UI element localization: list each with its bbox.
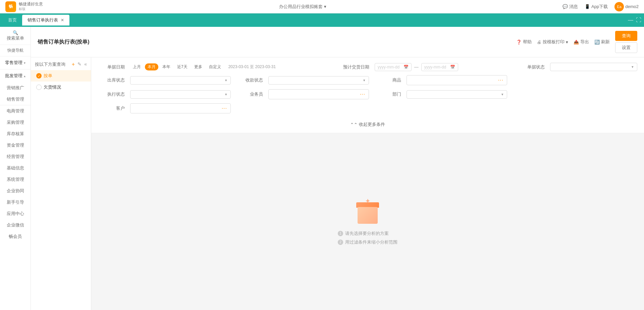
help-button[interactable]: ❓ 帮助 [516,39,532,45]
user-menu[interactable]: Ea demo2 [614,2,639,11]
logo-area: 畅 畅捷通好生意 标版 [5,1,43,12]
scheme-item-backorder[interactable]: 欠货情况 [31,82,91,93]
scheme-item-label: 按单 [44,73,52,79]
sidebar-item-cooperation[interactable]: 企业协同 [0,185,31,197]
collapse-up-icon: ⌃⌃ [350,122,358,127]
settings-button[interactable]: 设置 [615,42,637,53]
date-range-text: 2023-03-01 至 2023-03-31 [228,64,276,70]
sidebar-item-sales[interactable]: 销售管理 [0,94,31,105]
customer-dots-icon[interactable]: ··· [222,105,227,111]
logo-text: 畅捷通好生意 [19,2,43,7]
sidebar-item-marketing[interactable]: 营销推广 [0,82,31,94]
left-panel-title: 按以下方案查询 [35,61,65,67]
customer-select[interactable]: ··· [130,103,231,113]
salesperson-select[interactable]: ··· [268,89,369,99]
delivery-status-label: 出库状态 [98,77,125,83]
date-tab-this-year[interactable]: 本年 [160,63,173,70]
print-icon: 🖨 [537,40,541,45]
query-button[interactable]: 查询 [615,31,637,41]
header-actions: ❓ 帮助 🖨 按模板打印 ▾ 📤 导出 🔄 刷新 [516,31,637,53]
sidebar-item-member[interactable]: 畅会员 [0,231,31,242]
message-button[interactable]: 💬 消息 [562,4,578,10]
search-icon: 🔍 [3,30,28,35]
empty-illustration: ✦ [354,197,381,224]
date-tab-more[interactable]: 更多 [192,63,205,70]
left-panel: 按以下方案查询 + ✎ « ✓ 按单 欠货情况 [31,57,91,310]
page-title: 销售订单执行表(按单) [38,39,90,46]
filter-row-3: 执行状态 ▾ 业务员 ··· 部门 ▾ [98,89,637,99]
tab-close-icon[interactable]: ✕ [61,18,64,22]
refresh-icon: 🔄 [594,40,600,45]
content-area: 销售订单执行表(按单) ❓ 帮助 🖨 按模板打印 ▾ 📤 导出 [31,27,644,310]
collapse-panel-button[interactable]: « [84,61,87,67]
tab-sales-order[interactable]: 销售订单执行表 ✕ [22,15,69,25]
sidebar-item-purchase[interactable]: 采购管理 [0,117,31,128]
empty-hints: 1 请先选择要分析的方案 2 用过滤条件来缩小分析范围 [338,229,397,247]
scheme-outline-icon [36,85,42,90]
avatar: Ea [614,2,624,11]
sidebar-item-operation[interactable]: 经营管理 [0,151,31,162]
delivery-status-select[interactable]: ▾ [130,76,231,85]
tab-sales-order-label: 销售订单执行表 [28,17,58,23]
right-content: 单据日期 上月 本月 本年 近7天 更多 自定义 2023-03-01 至 20… [91,57,644,310]
export-button[interactable]: 📤 导出 [574,39,589,45]
date-tab-custom[interactable]: 自定义 [206,63,224,70]
tab-window-controls: — ⛶ [628,17,641,23]
date-label: 单据日期 [98,64,125,70]
minimize-icon[interactable]: — [628,17,633,23]
empty-state: ✦ 1 请先选择要分析的方案 2 用过滤条件来缩小分析范围 [91,133,644,310]
payment-status-select[interactable]: ▾ [268,76,369,85]
product-select[interactable]: ··· [407,75,507,85]
expected-date-to[interactable]: yyyy-mm-dd 📅 [421,63,458,71]
top-right: 💬 消息 📱 App下载 Ea demo2 [562,2,639,11]
scheme-item-by-order[interactable]: ✓ 按单 [31,70,91,82]
product-label: 商品 [374,77,401,83]
department-select[interactable]: ▾ [407,90,507,99]
sidebar-item-basics[interactable]: 基础信息 [0,162,31,174]
date-tab-last-month[interactable]: 上月 [130,63,144,70]
date-tab-this-month[interactable]: 本月 [145,63,158,70]
expected-date-from[interactable]: yyyy-mm-dd 📅 [375,63,412,71]
delivery-chevron-icon: ▾ [225,78,227,83]
sidebar-search[interactable]: 🔍 搜索菜单 [0,27,31,45]
sidebar-item-wholesale[interactable]: 批发管理 ▴ [0,69,31,82]
filter-row-1: 单据日期 上月 本月 本年 近7天 更多 自定义 2023-03-01 至 20… [98,63,637,71]
sidebar-item-guide[interactable]: 新手引导 [0,197,31,208]
download-icon: 📱 [585,4,590,9]
date-tab-7days[interactable]: 近7天 [174,63,190,70]
app-download-button[interactable]: 📱 App下载 [585,4,608,10]
page-header-top: 销售订单执行表(按单) ❓ 帮助 🖨 按模板打印 ▾ 📤 导出 [38,31,637,53]
sidebar-item-apps[interactable]: 应用中心 [0,208,31,219]
sidebar-item-ecommerce[interactable]: 电商管理 [0,105,31,117]
expected-date-to-placeholder: yyyy-mm-dd [424,65,446,69]
sidebar-quick-nav[interactable]: 快捷导航 [0,45,31,56]
add-scheme-button[interactable]: + [72,61,75,67]
sidebar-item-wechat[interactable]: 企业微信 [0,219,31,231]
sidebar-item-retail[interactable]: 零售管理 ▾ [0,56,31,69]
calendar-icon: 📅 [404,65,409,69]
breadcrumb-arrow-icon[interactable]: ▾ [324,4,326,9]
sidebar-item-system[interactable]: 系统管理 [0,174,31,185]
execute-status-select[interactable]: ▾ [130,90,231,99]
refresh-button[interactable]: 🔄 刷新 [594,39,610,45]
help-icon: ❓ [516,40,522,45]
sidebar-item-finance[interactable]: 资金管理 [0,140,31,151]
tab-home[interactable]: 首页 [3,15,22,25]
left-panel-header: 按以下方案查询 + ✎ « [31,61,91,70]
order-status-label: 单据状态 [518,64,545,70]
hint-text-2: 用过滤条件来缩小分析范围 [345,238,397,247]
print-button[interactable]: 🖨 按模板打印 ▾ [537,39,568,45]
hint-item-1: 1 请先选择要分析的方案 [338,229,397,238]
filter-row-4: 客户 ··· [98,103,637,113]
maximize-icon[interactable]: ⛶ [636,17,641,23]
collapse-filters-button[interactable]: ⌃⌃ 收起更多条件 [98,119,637,127]
calendar-to-icon: 📅 [450,65,455,69]
edit-scheme-button[interactable]: ✎ [77,61,82,67]
tab-home-label: 首页 [8,17,17,23]
sidebar-item-inventory[interactable]: 库存核算 [0,128,31,140]
salesperson-dots-icon[interactable]: ··· [360,91,365,97]
chevron-up-icon: ▴ [24,74,25,78]
order-status-select[interactable]: ▾ [550,63,637,71]
product-dots-icon[interactable]: ··· [498,77,503,83]
sidebar-search-label: 搜索菜单 [3,35,28,41]
